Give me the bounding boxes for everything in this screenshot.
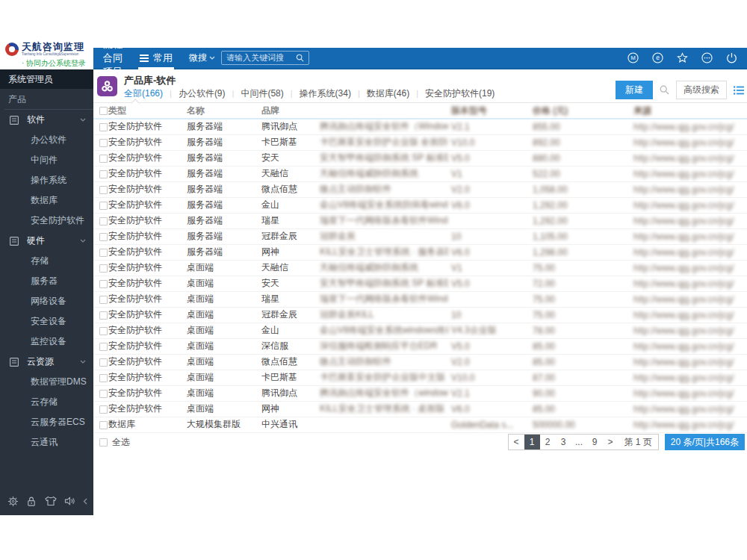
cell-source-url: http://www.qjg.gov.cn/jcg/ [633,370,747,385]
cell-source-url: http://www.qjg.gov.cn/jcg/ [633,197,747,213]
sidebar-item[interactable]: 操作系统 [0,170,93,190]
oa-login-link[interactable]: · 协同办公系统登录 [22,58,93,69]
row-checkbox[interactable] [99,280,108,288]
nav-item[interactable]: 门户 [93,25,132,38]
sidebar-item[interactable]: 安全设备 [0,311,93,332]
pager-page[interactable]: 3 [556,435,571,449]
row-checkbox[interactable] [99,311,108,320]
row-checkbox[interactable] [99,390,108,398]
table-row: 安全防护软件服务器端腾讯御点腾讯御点终端安全软件（Windows版）V2.185… [93,119,747,134]
sidebar-section[interactable]: 硬件 [0,231,93,251]
table-footer: 全选 <123...9>第 1 页 20 条/页|共166条 [93,434,747,450]
row-checkbox[interactable] [99,123,108,131]
sidebar-item[interactable]: 云通讯 [0,432,93,452]
row-checkbox[interactable] [99,405,108,414]
cell-name: 桌面端 [187,354,261,370]
pager-ellipsis[interactable]: ... [571,435,587,449]
select-all-checkbox[interactable] [99,438,108,447]
row-checkbox[interactable] [99,358,108,367]
cell-brand: 网神 [261,244,320,260]
sidebar-item[interactable]: 数据管理DMS [0,372,93,392]
cell-desc: 安天智甲终端防御系统 SP 标准版 [320,150,448,166]
cell-type: 安全防护软件 [108,370,187,385]
message-icon[interactable]: e [651,52,663,64]
pager-page[interactable]: 9 [587,435,603,449]
row-checkbox[interactable] [99,155,108,163]
pager-page[interactable]: 2 [540,435,556,449]
sidebar-item[interactable]: 监控设备 [0,332,93,352]
pager-next[interactable]: > [603,435,619,449]
nav-item[interactable]: 合同 [93,52,132,65]
theme-shirt-icon[interactable] [45,496,57,506]
row-checkbox[interactable] [99,233,108,241]
sidebar-item[interactable]: 中间件 [0,150,93,170]
row-checkbox[interactable] [99,186,108,194]
header-checkbox[interactable] [99,107,108,115]
page-size-badge[interactable]: 20 条/页|共166条 [665,434,745,450]
sidebar-item[interactable]: 网络设备 [0,291,93,311]
cell-brand: 金山 [261,323,320,338]
row-checkbox[interactable] [99,217,108,225]
nav-item-pinned[interactable]: 常用 [132,48,180,68]
tab-category[interactable]: 数据库(46) [360,87,416,100]
new-button[interactable]: 新建 [616,81,653,99]
row-checkbox[interactable] [99,374,108,382]
power-logout-icon[interactable] [725,52,737,64]
more-options-icon[interactable] [701,52,713,64]
sidebar-module-product[interactable]: 产品 [0,89,93,109]
row-checkbox[interactable] [99,170,108,178]
cell-version: V5.0 [448,150,529,166]
tab-category[interactable]: 全部(166) [124,87,170,100]
m-badge-icon[interactable]: M [627,52,639,64]
wesearch-label: 微搜 [189,52,207,64]
sound-speaker-icon[interactable] [64,496,75,506]
sidebar-item[interactable]: 云服务器ECS [0,412,93,432]
table-row: 安全防护软件桌面端金山金山V8终端安全系统windows终端版V4.3企业版78… [93,323,747,338]
settings-gear-icon[interactable] [7,496,19,507]
advanced-search-button[interactable]: 高级搜索 [676,81,727,99]
pager-prev[interactable]: < [509,435,524,449]
lock-icon[interactable] [26,496,37,507]
table-row: 安全防护软件服务器端卡巴斯基卡巴斯基安全防护企业版 全面防护V10.0892.0… [93,134,747,150]
cell-brand: 卡巴斯基 [261,134,320,150]
row-checkbox[interactable] [99,343,108,351]
row-checkbox[interactable] [99,264,108,273]
pager-page[interactable]: 1 [524,435,540,449]
collapse-chevron-icon[interactable] [83,498,87,505]
table-row: 安全防护软件服务器端安天安天智甲终端防御系统 SP 标准版V5.0880.00h… [93,150,747,166]
row-checkbox[interactable] [99,139,108,147]
favorites-star-icon[interactable] [676,52,688,64]
row-checkbox-cell [93,370,108,385]
global-search-input[interactable]: 请输入关键词搜 [221,51,309,65]
row-checkbox[interactable] [99,296,108,304]
cell-version: V6.0 [448,197,529,213]
cell-type: 安全防护软件 [108,385,187,401]
tab-category[interactable]: 办公软件(9) [172,87,232,100]
cell-version [448,213,529,228]
sidebar-section[interactable]: 云资源 [0,352,93,372]
sidebar-item[interactable]: 服务器 [0,271,93,291]
row-checkbox[interactable] [99,249,108,257]
nav-item[interactable]: 流程 [93,38,132,52]
sidebar-item[interactable]: 云存储 [0,392,93,412]
list-view-icon[interactable] [734,86,744,95]
sidebar-item[interactable]: 数据库 [0,190,93,211]
tab-category[interactable]: 安全防护软件(19) [418,87,501,100]
sidebar-section[interactable]: 软件 [0,110,93,130]
tab-category[interactable]: 中间件(58) [234,87,290,100]
row-checkbox[interactable] [99,421,108,429]
cell-desc [320,417,448,432]
row-checkbox[interactable] [99,202,108,210]
cell-source-url: http://www.qjg.gov.cn/jcg/ [633,260,747,276]
cell-desc: 卡巴斯基安全防护企业版 全面防护 [320,134,448,150]
sidebar-item[interactable]: 存储 [0,251,93,271]
cell-name: 桌面端 [187,401,261,417]
table-row: 安全防护软件桌面端腾讯御点腾讯御点终端安全软件（windows版）V2.1V2.… [93,385,747,401]
sidebar-item[interactable]: 办公软件 [0,130,93,150]
table-row: 安全防护软件服务器端瑞星瑞星下一代网络版杀毒软件Windows版1,292.00… [93,213,747,228]
sidebar-item[interactable]: 安全防护软件 [0,211,93,231]
table-search-icon[interactable] [660,85,669,95]
tab-category[interactable]: 操作系统(34) [293,87,358,100]
wesearch-dropdown[interactable]: 微搜 [189,52,215,64]
row-checkbox[interactable] [99,327,108,335]
